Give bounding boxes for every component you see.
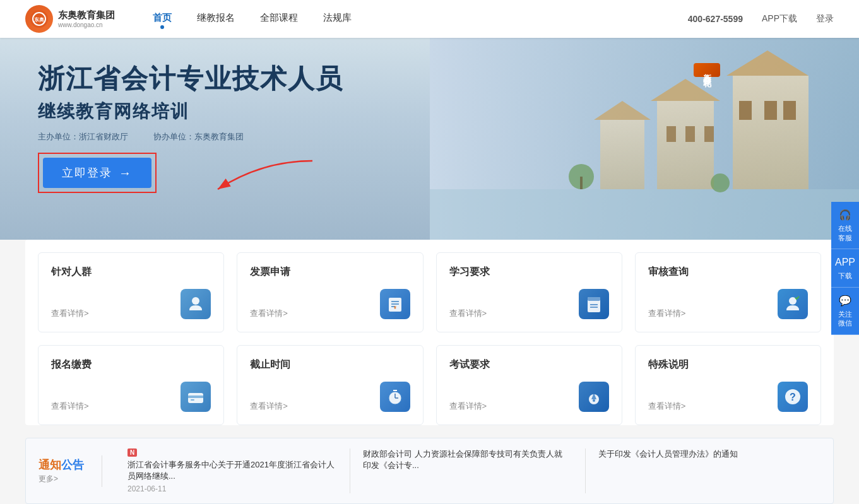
card-bottom: 查看详情> [648,289,808,319]
side-btn-customer-service[interactable]: 🎧 在线客服 [831,202,859,249]
card-title: 发票申请 [250,266,410,279]
svg-point-41 [593,399,595,402]
card-link[interactable]: 查看详情> [250,401,288,412]
logo-url: www.dongao.cn [58,21,115,28]
card-title: 审核查询 [648,266,808,279]
notif-item[interactable]: 关于印发《会计人员管理办法》的通知 [586,448,820,493]
card-exam-req[interactable]: 考试要求 查看详情> [436,345,622,425]
card-icon [778,289,808,319]
card-title: 截止时间 [250,358,410,372]
main-nav: 首页 继教报名 全部课程 法规库 [153,12,688,26]
card-bottom: 查看详情> ? [648,382,808,412]
app-download-link[interactable]: APP下载 [762,13,797,25]
card-link[interactable]: 查看详情> [250,308,288,319]
card-title: 考试要求 [449,358,609,372]
svg-rect-28 [588,297,600,301]
card-link[interactable]: 查看详情> [648,308,686,319]
svg-text:东奥: 东奥 [34,16,45,23]
logo-text: 东奥教育集团 www.dongao.cn [58,9,115,28]
card-link[interactable]: 查看详情> [449,308,487,319]
card-title: 特殊说明 [648,358,808,372]
card-target-audience[interactable]: 针对人群 查看详情> [38,252,224,332]
logo-name: 东奥教育集团 [58,9,115,21]
notif-items: N 浙江省会计事务服务中心关于开通2021年度浙江省会计人员网络继续... 20… [115,448,820,493]
nav-laws[interactable]: 法规库 [323,12,352,26]
card-audit-query[interactable]: 审核查询 查看详情> [635,252,821,332]
notif-item-title: 财政部会计司 人力资源社会保障部专技司有关负责人就 印发《会计专... [363,448,572,471]
side-btn-wechat[interactable]: 💬 关注微信 [831,288,859,335]
notif-more-link[interactable]: 更多> [39,474,89,484]
main-content: 针对人群 查看详情> 发票申请 查看详情> ¥ 学习要求 查看详情> [25,240,834,425]
notif-divider [102,455,102,487]
svg-text:¥: ¥ [394,305,396,310]
coorganizer: 协办单位：东奥教育集团 [153,131,244,143]
card-icon [380,382,410,412]
logo-icon: 东奥 [25,5,53,33]
card-icon: ¥ [380,289,410,319]
notif-source-badge: N [127,448,137,457]
wechat-icon: 💬 [839,294,851,308]
notif-item-title: 浙江省会计事务服务中心关于开通2021年度浙江省会计人员网络继续... [127,459,337,482]
card-bottom: 查看详情> [250,382,410,412]
info-grid-row2: 报名缴费 查看详情> 截止时间 查看详情> 考试要求 查看详情> [38,345,821,425]
header: 东奥 东奥教育集团 www.dongao.cn 首页 继教报名 全部课程 法规库… [0,0,859,38]
card-study-req[interactable]: 学习要求 查看详情> [436,252,622,332]
header-right: 400-627-5599 APP下载 登录 [688,13,834,25]
arrow-icon: → [119,166,133,180]
card-bottom: 查看详情> [51,382,211,412]
card-link[interactable]: 查看详情> [449,401,487,412]
notif-item-title: 关于印发《会计人员管理办法》的通知 [598,448,808,460]
svg-rect-33 [188,396,203,398]
notifications-bar: 通知公告 更多> N 浙江省会计事务服务中心关于开通2021年度浙江省会计人员网… [25,438,834,504]
card-bottom: 查看详情> [449,382,609,412]
card-link[interactable]: 查看详情> [648,401,686,412]
card-registration-fee[interactable]: 报名缴费 查看详情> [38,345,224,425]
notif-item-date: 2021-06-11 [127,484,337,493]
info-grid-row1: 针对人群 查看详情> 发票申请 查看详情> ¥ 学习要求 查看详情> [38,252,821,332]
side-float-buttons: 🎧 在线客服 APP 下载 💬 关注微信 [831,202,859,335]
hero-organizers: 主办单位：浙江省财政厅 协办单位：东奥教育集团 [38,131,821,143]
login-link[interactable]: 登录 [816,13,834,25]
notif-item[interactable]: 财政部会计司 人力资源社会保障部专技司有关负责人就 印发《会计专... [350,448,586,493]
svg-rect-34 [191,399,194,401]
card-invoice[interactable]: 发票申请 查看详情> ¥ [237,252,423,332]
card-link[interactable]: 查看详情> [51,401,89,412]
organizer: 主办单位：浙江省财政厅 [38,131,128,143]
phone-icon: APP [835,255,855,269]
card-title: 学习要求 [449,266,609,279]
card-title: 报名缴费 [51,358,211,372]
phone-number: 400-627-5599 [688,14,743,24]
login-btn-wrapper: 立即登录 → [38,153,157,193]
card-icon: ? [778,382,808,412]
card-icon [181,382,211,412]
card-icon [181,289,211,319]
hero-subtitle: 继续教育网络培训 [38,100,821,124]
annotation-arrow [167,155,325,205]
card-bottom: 查看详情> ¥ [250,289,410,319]
card-icon [579,382,609,412]
nav-registration[interactable]: 继教报名 [197,12,235,26]
nav-courses[interactable]: 全部课程 [260,12,298,26]
card-special-notes[interactable]: 特殊说明 查看详情> ? [635,345,821,425]
card-bottom: 查看详情> [449,289,609,319]
headphone-icon: 🎧 [839,208,851,222]
hero-content: 浙江省会计专业技术人员 继续教育网络培训 主办单位：浙江省财政厅 协办单位：东奥… [0,38,859,218]
side-btn-app-download[interactable]: APP 下载 [831,249,859,288]
nav-home[interactable]: 首页 [153,12,172,26]
notif-title: 通知公告 [39,457,89,472]
svg-point-21 [192,297,199,305]
notif-label: 通知公告 更多> [39,457,89,484]
card-title: 针对人群 [51,266,211,279]
notif-source: N [127,448,337,457]
notif-item[interactable]: N 浙江省会计事务服务中心关于开通2021年度浙江省会计人员网络继续... 20… [115,448,350,493]
logo[interactable]: 东奥 东奥教育集团 www.dongao.cn [25,5,115,33]
login-button[interactable]: 立即登录 → [43,158,151,188]
svg-text:?: ? [790,392,796,402]
card-link[interactable]: 查看详情> [51,308,89,319]
card-bottom: 查看详情> [51,289,211,319]
hero-banner: 新人领家礼 浙江省会计专业技术人员 继续教育网络培训 主办单位：浙江省财政厅 协… [0,38,859,240]
card-icon [579,289,609,319]
new-user-badge[interactable]: 新人领家礼 [694,63,720,77]
card-deadline[interactable]: 截止时间 查看详情> [237,345,423,425]
